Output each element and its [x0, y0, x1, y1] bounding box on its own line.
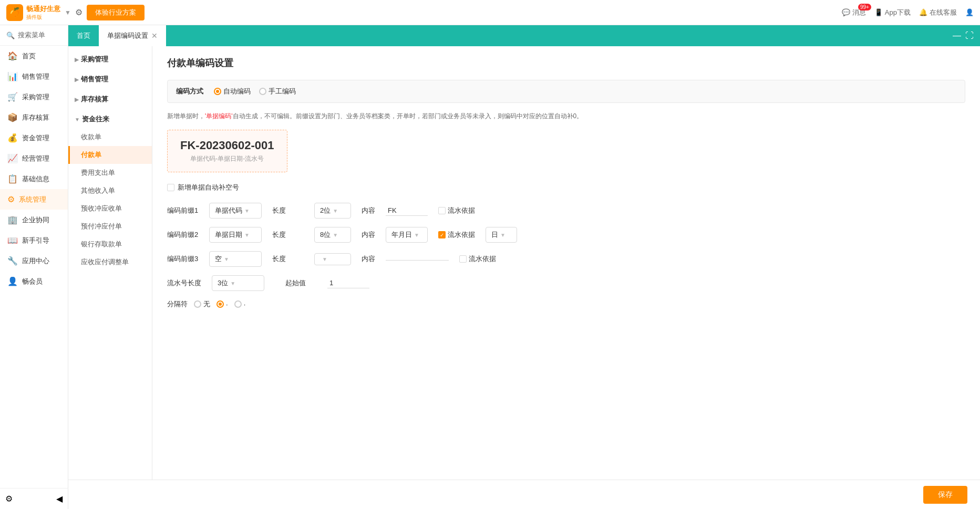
sidebar-label-member: 畅会员	[22, 277, 43, 286]
sidebar-item-system[interactable]: ⚙ 系统管理	[0, 189, 68, 210]
arrow-right-icon: ▶	[75, 57, 79, 63]
subnav-item-prepay-receive[interactable]: 预收冲应收单	[68, 200, 152, 217]
content2-select[interactable]: 年月日 ▼	[386, 227, 428, 243]
dropdown-arrow-icon[interactable]: ▼	[65, 9, 71, 16]
subnav-group-sales-title[interactable]: ▶ 销售管理	[68, 70, 152, 88]
basic-icon: 📋	[7, 174, 18, 184]
app-download[interactable]: 📱 App下载	[874, 8, 911, 17]
industry-btn[interactable]: 体验行业方案	[87, 5, 145, 20]
serial1-checkbox[interactable]	[438, 207, 446, 214]
sidebar-item-member[interactable]: 👤 畅会员	[0, 271, 68, 292]
separator-row: 分隔符 无 ·	[167, 299, 965, 309]
subnav-item-receipt[interactable]: 收款单	[68, 128, 152, 146]
prefix2-value: 单据日期	[215, 230, 242, 240]
serial3-checkbox[interactable]	[459, 255, 467, 263]
subnav-sales-label: 销售管理	[81, 75, 108, 84]
msg-icon: 💬	[842, 8, 850, 16]
sidebar-item-company[interactable]: 🏢 企业协同	[0, 210, 68, 230]
sidebar-label-finance: 资金管理	[22, 133, 49, 143]
tab-setting[interactable]: 单据编码设置 ✕	[99, 25, 166, 46]
prefix1-label: 编码前缀1	[167, 206, 199, 215]
serial3-check[interactable]: 流水依据	[459, 254, 496, 264]
sep-other-radio[interactable]: ·	[234, 300, 246, 308]
radio-auto-code[interactable]: 自动编码	[214, 87, 251, 96]
operations-icon: 📈	[7, 153, 18, 163]
serial-length-select[interactable]: 3位 ▼	[212, 275, 264, 291]
subnav-item-bank[interactable]: 银行存取款单	[68, 235, 152, 253]
logo-sub: 插件版	[26, 14, 60, 21]
serial2-checkbox-checked[interactable]: ✓	[438, 231, 446, 238]
online-service[interactable]: 🔔 在线客服	[919, 8, 957, 17]
prefix3-select[interactable]: 空 ▼	[209, 251, 262, 267]
app-icon: 📱	[874, 8, 883, 16]
prefix3-value: 空	[215, 254, 222, 264]
sidebar-item-sales[interactable]: 📊 销售管理	[0, 66, 68, 87]
length3-arrow-icon: ▼	[322, 256, 327, 262]
finance-icon: 💰	[7, 133, 18, 143]
length3-select[interactable]: ▼	[314, 253, 351, 265]
separator-label: 分隔符	[167, 299, 188, 309]
serial2-option-select[interactable]: 日 ▼	[486, 227, 517, 243]
serial1-check[interactable]: 流水依据	[438, 206, 475, 215]
subnav: ▶ 采购管理 ▶ 销售管理 ▶ 库存核算	[68, 46, 152, 480]
sidebar-item-operations[interactable]: 📈 经营管理	[0, 148, 68, 169]
serial-length-label: 流水号长度	[167, 278, 201, 288]
form-area: 付款单编码设置 编码方式 自动编码	[152, 46, 980, 480]
msg-badge: 99+	[858, 4, 871, 11]
radio-manual-code[interactable]: 手工编码	[259, 87, 296, 96]
subnav-item-adjustment[interactable]: 应收应付调整单	[68, 253, 152, 271]
sidebar-item-home[interactable]: 🏠 首页	[0, 46, 68, 66]
system-icon: ⚙	[7, 194, 15, 204]
subnav-item-expense[interactable]: 费用支出单	[68, 164, 152, 182]
sidebar-label-system: 系统管理	[19, 195, 46, 204]
prefix2-select[interactable]: 单据日期 ▼	[209, 227, 262, 243]
auto-fill-row: 新增单据自动补空号	[167, 183, 965, 192]
subnav-group-inventory: ▶ 库存核算	[68, 90, 152, 108]
subnav-item-income[interactable]: 其他收入单	[68, 182, 152, 200]
auto-fill-checkbox[interactable]	[167, 184, 174, 191]
sidebar-item-purchase[interactable]: 🛒 采购管理	[0, 87, 68, 107]
user-info[interactable]: 👤	[965, 8, 974, 16]
subnav-item-prepay-pay[interactable]: 预付冲应付单	[68, 217, 152, 235]
save-button[interactable]: 保存	[923, 486, 967, 504]
length2-arrow-icon: ▼	[333, 232, 338, 238]
sidebar-item-finance[interactable]: 💰 资金管理	[0, 128, 68, 148]
subnav-group-purchase-title[interactable]: ▶ 采购管理	[68, 50, 152, 68]
sidebar-item-inventory[interactable]: 📦 库存核算	[0, 107, 68, 128]
sidebar-item-guide[interactable]: 📖 新手引导	[0, 230, 68, 251]
sidebar-collapse-icon[interactable]: ◀	[56, 494, 63, 504]
layout-with-subnav: ▶ 采购管理 ▶ 销售管理 ▶ 库存核算	[68, 46, 980, 480]
msg-wrapper[interactable]: 💬 消息 99+	[842, 8, 866, 17]
length2-select[interactable]: 8位 ▼	[314, 227, 351, 243]
sidebar-item-apps[interactable]: 🔧 应用中心	[0, 251, 68, 271]
subnav-group-capital-title[interactable]: ▼ 资金往来	[68, 110, 152, 128]
topbar: 🍊 畅通好生意 插件版 ▼ ⚙ 体验行业方案 💬 消息 99+ 📱 App下载 …	[0, 0, 980, 25]
prefix1-row: 编码前缀1 单据代码 ▼ 长度 2位 ▼ 内容 FK 流水依据	[167, 203, 965, 219]
prefix1-arrow-icon: ▼	[244, 208, 250, 214]
content2-arrow-icon: ▼	[414, 232, 419, 238]
tabbar-minimize-btn[interactable]: —	[953, 31, 961, 40]
content2-value: 年月日	[391, 230, 412, 240]
content-area: 首页 单据编码设置 ✕ — ⛶ ▶ 采购管理	[68, 25, 980, 509]
prefix2-arrow-icon: ▼	[244, 232, 250, 238]
serial2-check[interactable]: ✓ 流水依据	[438, 230, 475, 240]
sidebar-item-basic[interactable]: 📋 基础信息	[0, 169, 68, 189]
tabbar: 首页 单据编码设置 ✕ — ⛶	[68, 25, 980, 46]
settings-icon[interactable]: ⚙	[75, 7, 82, 17]
tab-home[interactable]: 首页	[68, 25, 99, 46]
length1-select[interactable]: 2位 ▼	[314, 203, 351, 219]
tab-close-icon[interactable]: ✕	[151, 32, 158, 40]
tab-setting-label: 单据编码设置	[107, 31, 148, 40]
subnav-item-payment[interactable]: 付款单	[68, 146, 152, 164]
prefix2-label: 编码前缀2	[167, 230, 199, 240]
tabbar-expand-btn[interactable]: ⛶	[965, 31, 974, 40]
sep-none-label: 无	[203, 299, 210, 309]
sidebar-search[interactable]: 🔍 搜索菜单	[0, 25, 68, 46]
prefix1-select[interactable]: 单据代码 ▼	[209, 203, 262, 219]
sidebar-label-home: 首页	[22, 51, 36, 61]
sidebar-settings-icon[interactable]: ⚙	[5, 494, 13, 504]
sep-none-radio[interactable]: 无	[194, 299, 210, 309]
start-value[interactable]: 1	[327, 278, 369, 288]
subnav-group-inventory-title[interactable]: ▶ 库存核算	[68, 90, 152, 108]
sep-dot-radio[interactable]: ·	[216, 300, 228, 308]
